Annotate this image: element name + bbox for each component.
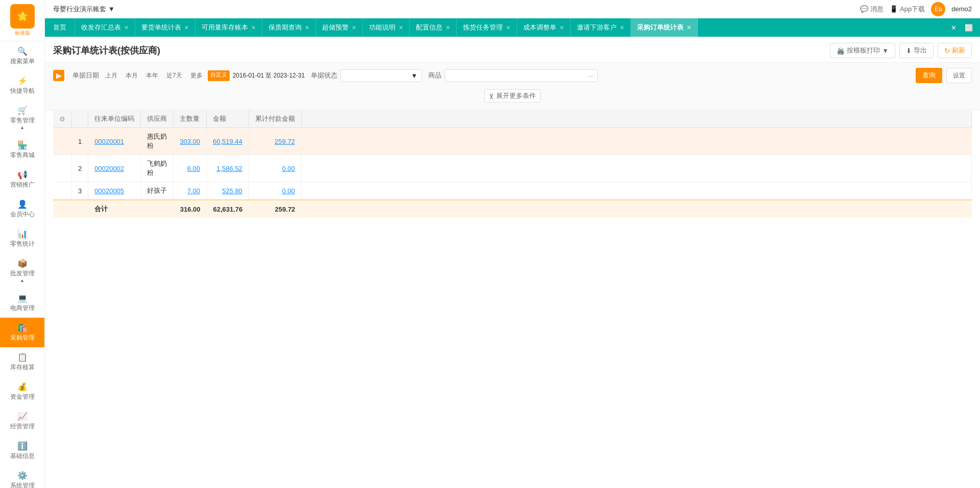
row-code-0[interactable]: 00020001 xyxy=(88,128,141,155)
row-code-1[interactable]: 00020002 xyxy=(88,155,141,182)
row-amount-0[interactable]: 60,519.44 xyxy=(207,128,249,155)
sidebar-item-6[interactable]: 📊零售统计 xyxy=(0,224,44,253)
row-index-2: 3 xyxy=(72,182,88,200)
export-label: 导出 xyxy=(914,46,927,55)
tab-close-tab6[interactable]: ✕ xyxy=(399,24,403,31)
table-footer: 合计 316.00 62,631.76 259.72 xyxy=(53,200,972,218)
sidebar-item-11[interactable]: 💰资金管理 xyxy=(0,377,44,406)
table-header: ⚙ 往来单位编码 供应商 主数量 金额 累计付款金额 xyxy=(53,110,972,128)
date-filter: 单据日期 上月 本月 本年 近7天 更多 自定义 2016-01-01 至 20… xyxy=(72,70,305,81)
user-avatar[interactable]: Ea xyxy=(931,2,945,16)
tab-close-tab4[interactable]: ✕ xyxy=(305,24,309,31)
tab-close-tab1[interactable]: ✕ xyxy=(124,24,129,31)
row-paid-0[interactable]: 259.72 xyxy=(249,128,301,155)
th-supplier: 供应商 xyxy=(141,110,174,128)
page-header-actions: 🖨️ 按模板打印 ▼ ⬇ 导出 ↻ 刷新 xyxy=(830,43,972,58)
sidebar-icon-10: 📋 xyxy=(17,352,28,362)
sidebar-item-1[interactable]: ⚡快捷导航 xyxy=(0,71,44,100)
tab-close-tab11[interactable]: ✕ xyxy=(687,24,691,31)
row-paid-1[interactable]: 0.00 xyxy=(249,155,301,182)
tab-close-tab5[interactable]: ✕ xyxy=(352,24,356,31)
row-amount-2[interactable]: 525.80 xyxy=(207,182,249,200)
sidebar-icon-8: 💻 xyxy=(17,293,28,303)
sidebar-item-0[interactable]: 🔍搜索菜单 xyxy=(0,41,44,71)
shortcut-more[interactable]: 更多 xyxy=(187,70,206,81)
table-row-1: 2 00020002 飞鹤奶粉 6.00 1,586.52 0.00 xyxy=(53,155,972,182)
sidebar-label-3: 零售商城 xyxy=(10,151,35,160)
nav-tab-tab2[interactable]: 要货单统计表✕ xyxy=(135,18,195,37)
print-label: 按模板打印 xyxy=(847,46,880,55)
tab-close-tab9[interactable]: ✕ xyxy=(559,24,564,31)
date-shortcuts: 上月 本月 本年 近7天 更多 自定义 xyxy=(102,70,230,81)
app-download-button[interactable]: 📱 App下载 xyxy=(890,5,925,14)
row-amount-1[interactable]: 1,586.52 xyxy=(207,155,249,182)
row-qty-2[interactable]: 7.00 xyxy=(174,182,207,200)
close-tab-button[interactable]: ✕ xyxy=(948,22,960,34)
row-qty-1[interactable]: 6.00 xyxy=(174,155,207,182)
nav-tab-tab6[interactable]: 功能说明✕ xyxy=(363,18,410,37)
tab-label-tab4: 保质期查询 xyxy=(268,23,302,32)
nav-tab-tab1[interactable]: 收发存汇总表✕ xyxy=(75,18,135,37)
filter-toggle-btn[interactable]: ▶ xyxy=(53,70,64,81)
table-body: 1 00020001 惠氏奶粉 303.00 60,519.44 259.72 … xyxy=(53,128,972,200)
sidebar-item-10[interactable]: 📋库存核算 xyxy=(0,347,44,377)
sidebar-item-12[interactable]: 📈经营管理 xyxy=(0,406,44,436)
tab-label-tab2: 要货单统计表 xyxy=(141,23,181,32)
sidebar-item-9[interactable]: 🛍️采购管理 xyxy=(0,318,44,347)
shortcut-this-year[interactable]: 本年 xyxy=(143,70,161,81)
nav-tab-tab4[interactable]: 保质期查询✕ xyxy=(262,18,316,37)
row-code-2[interactable]: 00020005 xyxy=(88,182,141,200)
date-range: 2016-01-01 至 2023-12-31 xyxy=(233,71,305,80)
sidebar-icon-3: 🏪 xyxy=(17,140,28,150)
nav-tab-tab7[interactable]: 配置信息✕ xyxy=(410,18,457,37)
expand-conditions-btn[interactable]: ⊻ 展开更多条件 xyxy=(484,89,541,102)
tab-close-tab2[interactable]: ✕ xyxy=(184,24,189,31)
tab-close-tab10[interactable]: ✕ xyxy=(620,24,624,31)
column-settings-icon[interactable]: ⚙ xyxy=(59,115,65,123)
date-label: 单据日期 xyxy=(72,71,99,80)
nav-tab-tab3[interactable]: 可用量库存账本✕ xyxy=(195,18,262,37)
sidebar-item-3[interactable]: 🏪零售商城 xyxy=(0,135,44,165)
row-paid-2[interactable]: 0.00 xyxy=(249,182,301,200)
goods-input[interactable] xyxy=(449,72,587,80)
nav-tab-home[interactable]: 首页 xyxy=(45,18,75,37)
shortcut-last-month[interactable]: 上月 xyxy=(102,70,120,81)
sidebar-item-14[interactable]: ⚙️系统管理 xyxy=(0,466,44,488)
maximize-button[interactable]: ⬜ xyxy=(962,22,976,34)
shortcut-7days[interactable]: 近7天 xyxy=(163,70,185,81)
goods-input-container: ··· xyxy=(445,69,598,82)
refresh-button[interactable]: ↻ 刷新 xyxy=(938,43,972,58)
th-qty: 主数量 xyxy=(174,110,207,128)
print-button[interactable]: 🖨️ 按模板打印 ▼ xyxy=(830,43,895,58)
workspace-selector[interactable]: 母婴行业演示账套 ▼ xyxy=(53,5,115,14)
status-select[interactable]: ▼ xyxy=(340,69,422,82)
username: demo2 xyxy=(951,5,972,13)
sidebar-item-13[interactable]: ℹ️基础信息 xyxy=(0,436,44,466)
goods-ellipsis[interactable]: ··· xyxy=(587,72,593,80)
message-label: 消息 xyxy=(870,5,884,14)
table-row-2: 3 00020005 好孩子 7.00 525.80 0.00 xyxy=(53,182,972,200)
nav-tab-tab9[interactable]: 成本调整单✕ xyxy=(517,18,571,37)
nav-tab-tab5[interactable]: 超储预警✕ xyxy=(316,18,363,37)
sidebar-item-8[interactable]: 💻电商管理 xyxy=(0,288,44,318)
main-area: 母婴行业演示账套 ▼ 💬 消息 📱 App下载 Ea demo2 首页收发存汇总… xyxy=(45,0,980,488)
row-qty-0[interactable]: 303.00 xyxy=(174,128,207,155)
nav-tab-tab11[interactable]: 采购订单统计表✕ xyxy=(631,18,698,37)
tab-close-tab7[interactable]: ✕ xyxy=(446,24,450,31)
settings-button[interactable]: 设置 xyxy=(946,68,972,83)
tab-label-tab7: 配置信息 xyxy=(416,23,443,32)
shortcut-this-month[interactable]: 本月 xyxy=(122,70,141,81)
tab-close-tab3[interactable]: ✕ xyxy=(251,24,256,31)
sidebar-item-7[interactable]: 📦批发管理▲ xyxy=(0,253,44,288)
sidebar-item-2[interactable]: 🛒零售管理▲ xyxy=(0,100,44,135)
sidebar-item-5[interactable]: 👤会员中心 xyxy=(0,194,44,224)
export-button[interactable]: ⬇ 导出 xyxy=(899,43,934,58)
filter-actions: 查询 设置 xyxy=(916,68,972,83)
message-button[interactable]: 💬 消息 xyxy=(860,5,884,14)
nav-tab-tab8[interactable]: 拣货任务管理✕ xyxy=(457,18,517,37)
nav-tab-tab10[interactable]: 邀请下游客户✕ xyxy=(571,18,631,37)
th-index xyxy=(72,110,88,128)
tab-close-tab8[interactable]: ✕ xyxy=(506,24,510,31)
query-button[interactable]: 查询 xyxy=(916,68,942,83)
sidebar-item-4[interactable]: 📢营销推广 xyxy=(0,165,44,194)
